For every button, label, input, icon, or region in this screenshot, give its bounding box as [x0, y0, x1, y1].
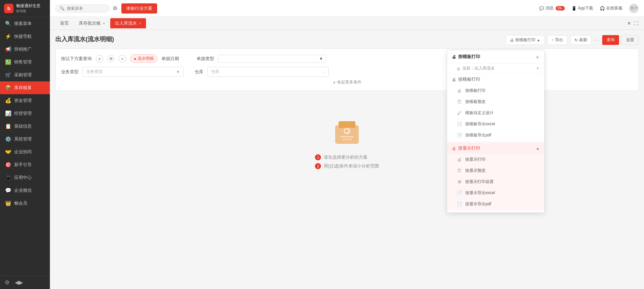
tab-in-out-flow[interactable]: 出入库流水×	[110, 18, 146, 28]
sidebar-item-basic[interactable]: 📋 基础信息	[0, 120, 50, 133]
filter-add-button[interactable]: +	[96, 55, 103, 62]
sidebar-icon-quick-nav: ⚡	[5, 33, 11, 40]
export-button[interactable]: ↑ 导出	[547, 35, 567, 45]
sidebar-item-wechat[interactable]: 💬 企业微信	[0, 184, 50, 197]
display-section-header[interactable]: 🖨 按显示打印 ▲	[447, 142, 544, 154]
empty-step-1: 1 请先选择要分析的方案	[315, 153, 379, 162]
business-type-select[interactable]: 业务类型 ▼	[83, 67, 184, 77]
sidebar-settings-icon[interactable]: ⚙	[5, 279, 9, 286]
sidebar-item-search[interactable]: 🔍 搜索菜单	[0, 17, 50, 30]
display-print-item[interactable]: 🖨 按显示打印	[447, 154, 544, 165]
tab-maximize-icon[interactable]: ⛶	[634, 21, 639, 26]
tag-icon: ●	[134, 56, 136, 61]
print-dropdown-container: 🖨 按模板打印 ▲ 🖨 按模板打印 ▲	[505, 35, 545, 45]
print-template-label: 按模板打印	[515, 37, 535, 43]
phone-icon: 📱	[572, 6, 577, 11]
printer-icon: 🖨	[510, 38, 514, 43]
sidebar-item-membership[interactable]: 👑 畅会员	[0, 197, 50, 210]
trial-button[interactable]: 体验行业方案	[121, 3, 157, 14]
step-num-1: 1	[315, 154, 321, 160]
headset-icon: 🎧	[600, 6, 605, 11]
sidebar-icon-finance: 💰	[5, 98, 11, 104]
collapse-bar[interactable]: ∧ 收起更多条件	[61, 79, 633, 85]
message-item[interactable]: 💬 消息 99+	[539, 5, 565, 11]
doc-type-label: 单据类型	[197, 56, 214, 62]
sidebar-icon-appstore: 📱	[5, 175, 11, 181]
refresh-label: 刷新	[579, 37, 587, 43]
display-pdf-item[interactable]: 📄 按显示导出pdf	[447, 199, 544, 210]
user-avatar[interactable]: 用户	[629, 4, 639, 13]
sidebar-item-operation[interactable]: 📊 经营管理	[0, 107, 50, 120]
online-service-item[interactable]: 🎧 在线客服	[600, 5, 622, 11]
filter-collapse-button[interactable]: «	[119, 55, 126, 62]
sidebar-icon-guide: 🎯	[5, 162, 11, 168]
template-custom-item[interactable]: 🖊 模板自定义设计	[447, 107, 544, 119]
display-excel-label: 按显示导出excel	[465, 190, 495, 196]
svg-rect-4	[340, 136, 354, 137]
toolbar-more-icon[interactable]: ···	[594, 36, 599, 44]
display-preview-item[interactable]: 🗒 按显示预览	[447, 165, 544, 176]
search-input[interactable]	[67, 6, 104, 11]
sidebar-icon-cooperation: 🤝	[5, 149, 11, 155]
logo-title: 畅捷通好生意	[16, 3, 40, 9]
dropdown-divider-1	[447, 141, 544, 142]
sidebar-toggle-icon[interactable]: ◀▶	[15, 279, 23, 286]
sidebar-item-sales[interactable]: 💹 销售管理	[0, 56, 50, 69]
display-print-label: 按显示打印	[465, 157, 486, 162]
current-icon: 🖨	[457, 67, 460, 71]
topbar-right-area: 💬 消息 99+ 📱 App下载 🎧 在线客服 用户	[539, 4, 639, 13]
logo-subtitle: 标准版	[16, 9, 40, 14]
date-label: 单据日期	[162, 56, 179, 62]
template-excel-item[interactable]: 📄 按模板导出excel	[447, 119, 544, 130]
sidebar-item-guide[interactable]: 🎯 新手引导	[0, 158, 50, 171]
sidebar-item-cooperation[interactable]: 🤝 企业协同	[0, 146, 50, 158]
tab-batch-account[interactable]: 库存批次账×	[74, 18, 110, 28]
dropdown-header: 🖨 按模板打印 ▲	[447, 50, 544, 63]
template-section-items: 🖨 按模板打印 🗒 按模板预览 🖊 模板自定义设计	[447, 85, 544, 141]
display-excel-item[interactable]: 📄 按显示导出excel	[447, 187, 544, 199]
template-print-item[interactable]: 🖨 按模板打印	[447, 85, 544, 96]
dropdown-close-icon[interactable]: ▲	[535, 54, 539, 59]
sidebar-item-marketing[interactable]: 📢 营销推广	[0, 43, 50, 56]
sidebar: b 畅捷通好生意 标准版 🔍 搜索菜单⚡ 快捷导航📢 营销推广💹 销售管理🛒 采…	[0, 0, 50, 289]
doc-type-select[interactable]: ▼	[218, 55, 326, 63]
empty-step-2: 2 用[过滤]条件来缩小分析范围	[315, 162, 379, 170]
biz-type-label: 业务类型	[61, 69, 79, 75]
empty-state: 1 请先选择要分析的方案 2 用[过滤]条件来缩小分析范围	[55, 95, 639, 191]
topbar-search-box[interactable]: 🔍	[55, 4, 109, 12]
current-chevron[interactable]: ▼	[536, 67, 539, 70]
filter-tag-chip[interactable]: ● 流水明细	[130, 54, 157, 63]
sidebar-item-quick-nav[interactable]: ⚡ 快捷导航	[0, 30, 50, 43]
app-download-item[interactable]: 📱 App下载	[572, 5, 593, 11]
template-pdf-item[interactable]: 📄 按模板导出pdf	[447, 130, 544, 141]
filter-settings-button[interactable]: ⚙	[107, 55, 115, 62]
tabbar-right-actions: ✕ ⛶	[627, 21, 639, 26]
tab-close-window-icon[interactable]: ✕	[627, 21, 631, 26]
display-print-settings-item[interactable]: ⚙ 按显示打印设置	[447, 176, 544, 187]
settings-button[interactable]: 设置	[622, 35, 639, 45]
sidebar-item-purchase[interactable]: 🛒 采购管理	[0, 69, 50, 81]
refresh-button[interactable]: ↻ 刷新	[570, 35, 592, 45]
sidebar-item-system[interactable]: ⚙️ 系统管理	[0, 133, 50, 146]
settings-gear-icon[interactable]: ⚙	[113, 5, 117, 11]
sidebar-item-inventory[interactable]: 📦 库存核算	[0, 81, 50, 94]
print-template-button[interactable]: 🖨 按模板打印 ▲	[505, 35, 545, 45]
query-button[interactable]: 查询	[602, 35, 619, 45]
sidebar-item-finance[interactable]: 💰 资金管理	[0, 94, 50, 107]
template-preview-item[interactable]: 🗒 按模板预览	[447, 96, 544, 107]
tab-close-batch-account[interactable]: ×	[103, 21, 105, 25]
sidebar-label-marketing: 营销推广	[14, 46, 32, 52]
display-excel-icon: 📄	[457, 190, 463, 195]
template-section-header[interactable]: 🖨 按模板打印	[447, 74, 544, 85]
sidebar-label-quick-nav: 快捷导航	[14, 33, 32, 40]
sidebar-item-appstore[interactable]: 📱 应用中心	[0, 171, 50, 184]
template-custom-icon: 🖊	[457, 110, 463, 115]
tab-home[interactable]: 首页	[55, 18, 74, 28]
collapse-up-icon: ∧	[333, 80, 336, 85]
default-section-header[interactable]: ⚙ 设置默认功能 ▼	[447, 211, 544, 212]
sidebar-label-purchase: 采购管理	[14, 72, 32, 78]
sidebar-label-system: 系统管理	[14, 136, 32, 142]
message-badge: 99+	[556, 6, 565, 10]
warehouse-select[interactable]: 仓库 ···	[207, 67, 329, 77]
tab-close-in-out-flow[interactable]: ×	[139, 21, 141, 25]
